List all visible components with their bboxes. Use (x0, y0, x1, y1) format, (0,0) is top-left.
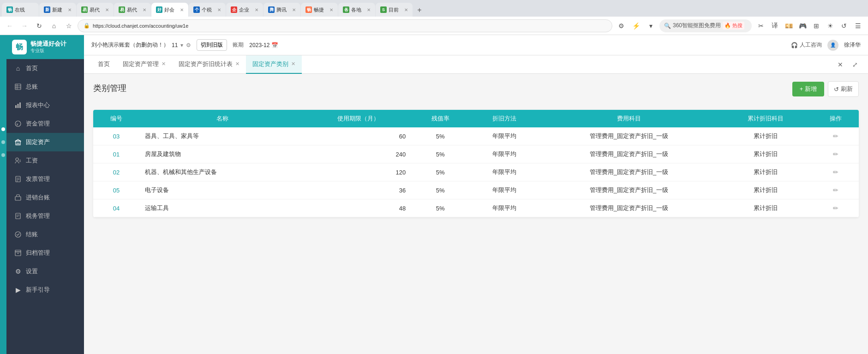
browser-tab-8[interactable]: 腾 腾讯 ✕ (263, 3, 300, 17)
new-tab-button[interactable]: + (413, 4, 426, 17)
tab-close-4[interactable]: ✕ (143, 7, 146, 12)
home-icon: ⌂ (14, 64, 22, 72)
tab-fixed-asset-mgmt-close[interactable]: ✕ (162, 61, 166, 67)
history-icon[interactable]: ↺ (838, 19, 850, 32)
sidebar-item-home[interactable]: ⌂ 首页 (6, 59, 84, 78)
tab-fixed-asset-mgmt[interactable]: 固定资产管理 ✕ (116, 55, 172, 74)
search-bar[interactable]: 🔍 360智能抠图免费用 🔥 热搜 (659, 19, 752, 32)
tab-close-7[interactable]: ✕ (255, 7, 258, 12)
browser-tab-7[interactable]: 企 企业 ✕ (226, 3, 263, 17)
cell-period-3: 36 (305, 181, 411, 199)
tab-close-window-button[interactable]: ✕ (835, 59, 846, 70)
tab-close-3[interactable]: ✕ (105, 7, 109, 12)
sidebar-item-archive[interactable]: 归档管理 (6, 244, 84, 262)
tab-close-9[interactable]: ✕ (329, 7, 333, 12)
edit-button-1[interactable]: ✏ (833, 150, 838, 158)
switch-version-button[interactable]: 切到旧版 (197, 39, 227, 51)
dropdown-arrow[interactable]: ▾ (180, 42, 183, 48)
add-button[interactable]: + 新增 (792, 82, 824, 96)
browser-tab-11[interactable]: S 目前 ✕ (376, 3, 413, 17)
user-account-name: 刘小艳演示账套（勿删勿动！） (91, 41, 169, 49)
cell-code-1: 01 (93, 145, 139, 163)
cell-action-3: ✏ (813, 181, 859, 199)
edit-button-2[interactable]: ✏ (833, 168, 838, 176)
browser-tab-5[interactable]: 好 好会 ✕ (151, 3, 188, 17)
home-button[interactable]: ⌂ (48, 20, 60, 32)
sidebar-item-purchase-sale[interactable]: 进销台账 (6, 188, 84, 207)
sidebar-item-funds[interactable]: ¥ 资金管理 (6, 114, 84, 133)
scissors-icon[interactable]: ✂ (754, 19, 767, 32)
translate-icon[interactable]: 译 (768, 19, 781, 32)
tab-fixed-asset-depreciation[interactable]: 固定资产折旧统计表 ✕ (172, 55, 246, 74)
edit-button-0[interactable]: ✏ (833, 132, 838, 140)
sidebar-item-invoice[interactable]: 发票管理 (6, 170, 84, 188)
sidebar-item-reports[interactable]: 报表中心 (6, 96, 84, 114)
tab-close-10[interactable]: ✕ (367, 7, 371, 12)
tab-close-11[interactable]: ✕ (404, 7, 408, 12)
panel-dot-1[interactable] (1, 127, 5, 131)
service-button[interactable]: 🎧 人工咨询 (791, 41, 822, 49)
tab-maximize-button[interactable]: ⤢ (850, 59, 861, 70)
refresh-button[interactable]: ↺ 刷新 (828, 81, 859, 97)
cell-method-1: 年限平均 (469, 145, 539, 163)
tab-fixed-asset-depreciation-close[interactable]: ✕ (235, 61, 239, 67)
panel-dot-3[interactable] (1, 153, 5, 157)
sidebar-item-tax[interactable]: 税务管理 (6, 207, 84, 225)
cell-name-4: 运输工具 (139, 199, 305, 217)
tab-close-6[interactable]: ✕ (217, 7, 221, 12)
dropdown-button[interactable]: ▾ (645, 20, 657, 32)
sidebar-item-payroll[interactable]: 工资 (6, 151, 84, 170)
cell-code-3: 05 (93, 181, 139, 199)
bookmark-button[interactable]: ☆ (63, 20, 75, 32)
extensions-button[interactable]: ⚙ (615, 20, 627, 32)
tab-title-11: 目前 (389, 6, 402, 13)
user-settings-icon[interactable]: ⚙ (186, 42, 191, 48)
edit-button-3[interactable]: ✏ (833, 186, 838, 194)
back-button[interactable]: ← (4, 20, 16, 32)
grid-icon[interactable]: ⊞ (810, 19, 823, 32)
menu-icon[interactable]: ☰ (851, 19, 864, 32)
sidebar-label-funds: 资金管理 (26, 120, 50, 128)
tab-close-8[interactable]: ✕ (292, 7, 296, 12)
period-value[interactable]: 2023-12 📅 (249, 42, 278, 48)
browser-tab-2[interactable]: 新 新建 ✕ (39, 3, 76, 17)
cell-expense-1: 管理费用_固定资产折旧_一级 (539, 145, 718, 163)
tab-home[interactable]: 首页 (91, 55, 116, 74)
tab-fixed-asset-category-close[interactable]: ✕ (291, 61, 295, 67)
browser-tab-1[interactable]: 畅 在线 (2, 3, 39, 17)
panel-dot-2[interactable] (1, 140, 5, 144)
cell-period-1: 240 (305, 145, 411, 163)
reload-button[interactable]: ↻ (33, 20, 45, 32)
game-icon[interactable]: 🎮 (796, 19, 809, 32)
browser-tab-10[interactable]: 各 各地 ✕ (338, 3, 375, 17)
sidebar-item-settings[interactable]: ⚙ 设置 (6, 262, 84, 281)
browser-tab-9[interactable]: 畅 畅捷 ✕ (301, 3, 338, 17)
lock-icon: 🔒 (84, 23, 90, 29)
browser-tab-3[interactable]: 易 易代 ✕ (77, 3, 114, 17)
cell-code-2: 02 (93, 163, 139, 181)
cell-period-2: 120 (305, 163, 411, 181)
svg-text:¥: ¥ (17, 123, 18, 126)
sidebar-item-general-ledger[interactable]: 总账 (6, 78, 84, 96)
theme-icon[interactable]: ☀ (824, 19, 837, 32)
sidebar-logo: 畅 畅捷通好会计 专业版 (6, 35, 84, 59)
tab-fixed-asset-category[interactable]: 固定资产类别 ✕ (246, 55, 302, 74)
tab-close-5[interactable]: ✕ (180, 7, 184, 12)
sidebar-item-checkout[interactable]: 结账 (6, 225, 84, 244)
browser-tab-4[interactable]: 易 易代 ✕ (114, 3, 151, 17)
sidebar-item-guide[interactable]: ▶ 新手引导 (6, 281, 84, 299)
tab-close-2[interactable]: ✕ (68, 7, 72, 12)
forward-button[interactable]: → (18, 20, 30, 32)
sidebar-label-home: 首页 (26, 64, 38, 72)
boost-button[interactable]: ⚡ (630, 20, 642, 32)
edit-button-4[interactable]: ✏ (833, 204, 838, 212)
tab-favicon-8: 腾 (268, 6, 275, 13)
wallet-icon[interactable]: 💴 (782, 19, 795, 32)
address-input[interactable]: 🔒 https://cloud.chanjet.com/accounting/u… (78, 19, 612, 32)
address-bar-row: ← → ↻ ⌂ ☆ 🔒 https://cloud.chanjet.com/ac… (0, 17, 868, 35)
browser-tab-6[interactable]: 个 个税 ✕ (189, 3, 226, 17)
hot-badge: 🔥 热搜 (723, 22, 744, 30)
tab-favicon-6: 个 (193, 6, 200, 13)
sidebar-item-fixed-assets[interactable]: 固定资产 (6, 133, 84, 151)
address-text: https://cloud.chanjet.com/accounting/uw1… (93, 23, 188, 29)
